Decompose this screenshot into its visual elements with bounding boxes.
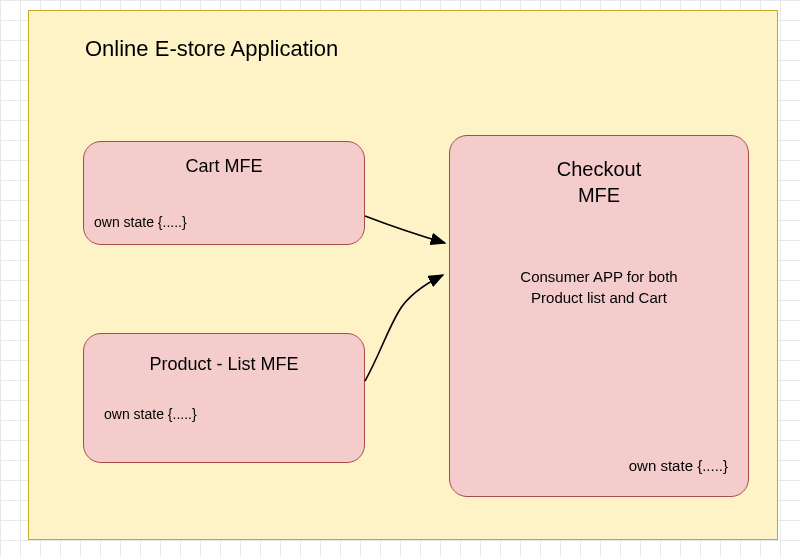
arrow-product-to-checkout	[365, 275, 443, 381]
checkout-mfe-box: Checkout MFE Consumer APP for both Produ…	[449, 135, 749, 497]
app-container: Online E-store Application Cart MFE own …	[28, 10, 778, 540]
container-title: Online E-store Application	[85, 36, 338, 62]
checkout-state-text: own state {.....}	[629, 457, 728, 474]
checkout-desc-line2: Product list and Cart	[531, 289, 667, 306]
checkout-title-line2: MFE	[578, 184, 620, 206]
arrow-cart-to-checkout	[365, 216, 445, 243]
checkout-title-line1: Checkout	[557, 158, 642, 180]
checkout-title: Checkout MFE	[450, 156, 748, 208]
product-title: Product - List MFE	[84, 354, 364, 375]
product-state-text: own state {.....}	[104, 406, 197, 422]
checkout-description: Consumer APP for both Product list and C…	[450, 266, 748, 308]
checkout-desc-line1: Consumer APP for both	[520, 268, 677, 285]
product-list-mfe-box: Product - List MFE own state {.....}	[83, 333, 365, 463]
cart-mfe-box: Cart MFE own state {.....}	[83, 141, 365, 245]
cart-state-text: own state {.....}	[94, 214, 187, 230]
cart-title: Cart MFE	[84, 156, 364, 177]
